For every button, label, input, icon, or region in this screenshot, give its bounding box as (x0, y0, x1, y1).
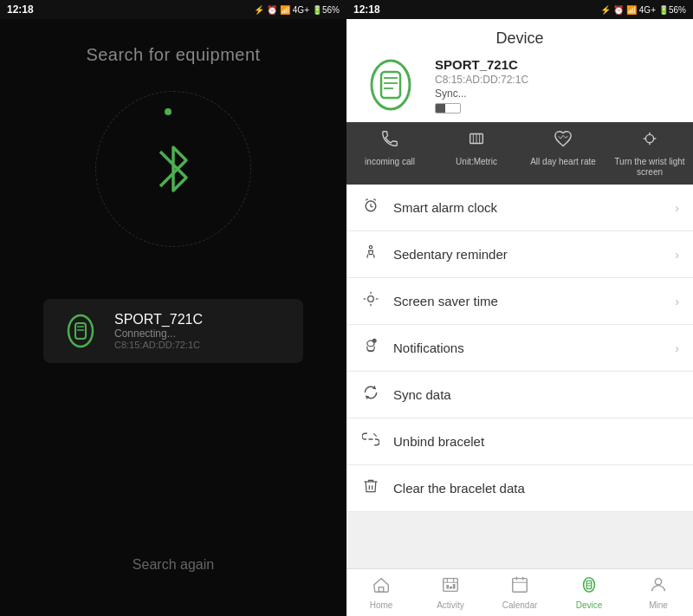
nav-label-device: Device (576, 600, 603, 610)
chevron-icon-alarm: › (675, 201, 679, 215)
svg-text:···: ··· (373, 340, 376, 343)
device-name-right: SPORT_721C (435, 57, 528, 72)
signal-icon: 📶 (280, 5, 290, 15)
bracelet-icon-left (61, 311, 100, 351)
heart-icon (554, 129, 573, 153)
chevron-icon-notifications: › (675, 341, 679, 355)
notifications-menu-icon: ··· (360, 337, 381, 359)
svg-point-26 (368, 296, 374, 302)
bluetooth-icon: ⚡ (254, 5, 264, 15)
svg-point-13 (645, 134, 653, 142)
svg-rect-38 (379, 587, 384, 593)
home-nav-icon (372, 575, 391, 599)
bottom-nav: Home Activity Calendar Device Mine (346, 568, 693, 616)
menu-item-label-notifications: Notifications (393, 340, 663, 355)
menu-item-label-sync: Sync data (393, 387, 679, 402)
chevron-icon-sedentary: › (675, 248, 679, 262)
svg-rect-43 (446, 585, 449, 589)
menu-item-screen-saver[interactable]: Screen saver time › (346, 278, 693, 325)
bluetooth-container (87, 82, 260, 256)
menu-item-clear[interactable]: Clear the bracelet data (346, 465, 693, 512)
status-bar-left: 12:18 ⚡ ⏰ 📶 4G+ 🔋56% (0, 0, 346, 19)
menu-item-notifications[interactable]: ··· Notifications › (346, 325, 693, 372)
svg-line-21 (366, 199, 368, 201)
quick-action-wrist[interactable]: Turn the wrist light screen (611, 129, 689, 178)
nav-item-activity[interactable]: Activity (416, 572, 485, 613)
device-mac-left: C8:15:AD:DD:72:1C (114, 340, 203, 350)
nav-label-calendar: Calendar (502, 600, 538, 610)
network-icon: 4G+ (293, 5, 309, 15)
metric-icon (467, 129, 486, 153)
device-nav-icon (580, 575, 599, 599)
alarm-menu-icon (360, 197, 381, 218)
status-icons-right: ⚡ ⏰ 📶 4G+ 🔋56% (600, 5, 686, 15)
quick-actions: incoming call Unit:Metric All day heart … (346, 122, 693, 185)
device-name-connecting: SPORT_721C (114, 312, 203, 327)
svg-point-4 (372, 61, 410, 109)
quick-action-incoming-call[interactable]: incoming call (351, 129, 429, 178)
svg-point-0 (68, 315, 93, 347)
svg-rect-44 (450, 587, 452, 589)
status-icons-left: ⚡ ⏰ 📶 4G+ 🔋56% (254, 5, 340, 15)
chevron-icon-screen-saver: › (675, 295, 679, 308)
nav-item-device[interactable]: Device (554, 572, 624, 613)
menu-item-unbind[interactable]: Unbind bracelet (346, 418, 693, 465)
battery-bar (435, 103, 461, 113)
svg-point-54 (655, 579, 661, 585)
sync-menu-icon (360, 384, 381, 405)
nav-label-home: Home (370, 600, 393, 610)
mine-nav-icon (649, 575, 668, 599)
nav-item-home[interactable]: Home (346, 572, 416, 613)
svg-line-22 (373, 199, 376, 201)
right-panel: 12:18 ⚡ ⏰ 📶 4G+ 🔋56% Device SPORT_721C C… (346, 0, 693, 616)
device-card-left[interactable]: SPORT_721C Connecting... C8:15:AD:DD:72:… (43, 299, 303, 363)
left-panel: 12:18 ⚡ ⏰ 📶 4G+ 🔋56% Search for equipmen… (0, 0, 346, 616)
menu-item-label-unbind: Unbind bracelet (393, 434, 679, 449)
bt-circle (95, 91, 251, 247)
nav-item-calendar[interactable]: Calendar (485, 572, 554, 613)
screen-saver-menu-icon (360, 290, 381, 312)
svg-rect-51 (586, 580, 592, 588)
svg-point-50 (584, 578, 595, 593)
svg-rect-46 (513, 579, 528, 593)
menu-item-sedentary[interactable]: Sedentary reminder › (346, 231, 693, 278)
bt-dot (165, 108, 172, 115)
nav-label-mine: Mine (649, 600, 668, 610)
alarm-icon: ⏰ (267, 5, 277, 15)
bracelet-icon-right (360, 55, 421, 115)
svg-rect-5 (381, 72, 400, 98)
quick-action-heart-rate[interactable]: All day heart rate (524, 129, 602, 178)
activity-nav-icon (441, 575, 460, 599)
sedentary-menu-icon (360, 243, 381, 265)
svg-rect-1 (75, 323, 86, 339)
quick-action-unit[interactable]: Unit:Metric (437, 129, 515, 178)
search-again-button[interactable]: Search again (133, 557, 214, 573)
menu-item-label-screen-saver: Screen saver time (393, 294, 663, 308)
device-info-row: SPORT_721C C8:15:AD:DD:72:1C Sync... (360, 55, 679, 115)
phone-icon (380, 129, 399, 153)
quick-action-label-wrist: Turn the wrist light screen (611, 157, 689, 178)
calendar-nav-icon (510, 575, 529, 599)
search-title: Search for equipment (86, 45, 260, 65)
connecting-status: Connecting... (114, 327, 203, 340)
network-icon-right: 4G+ (639, 5, 656, 15)
alarm-icon-right: ⏰ (613, 5, 624, 15)
menu-item-sync[interactable]: Sync data (346, 372, 693, 418)
menu-list: Smart alarm clock › Sedentary reminder ›… (346, 185, 693, 568)
nav-item-mine[interactable]: Mine (624, 572, 693, 613)
device-header: Device SPORT_721C C8:15:AD:DD:72:1C Sync… (346, 19, 693, 122)
quick-action-label-unit: Unit:Metric (456, 157, 497, 167)
device-page-title: Device (495, 29, 543, 48)
time-right: 12:18 (353, 3, 380, 16)
menu-item-label-sedentary: Sedentary reminder (393, 247, 663, 262)
quick-action-label-call: incoming call (365, 157, 415, 167)
svg-rect-39 (444, 579, 458, 592)
device-info-left: SPORT_721C Connecting... C8:15:AD:DD:72:… (114, 312, 203, 350)
menu-item-label-alarm: Smart alarm clock (393, 200, 663, 215)
svg-line-24 (367, 255, 368, 258)
status-bar-right: 12:18 ⚡ ⏰ 📶 4G+ 🔋56% (346, 0, 693, 19)
menu-item-alarm[interactable]: Smart alarm clock › (346, 185, 693, 231)
menu-item-label-clear: Clear the bracelet data (393, 481, 679, 496)
device-details-right: SPORT_721C C8:15:AD:DD:72:1C Sync... (435, 57, 528, 113)
svg-line-37 (373, 433, 376, 436)
